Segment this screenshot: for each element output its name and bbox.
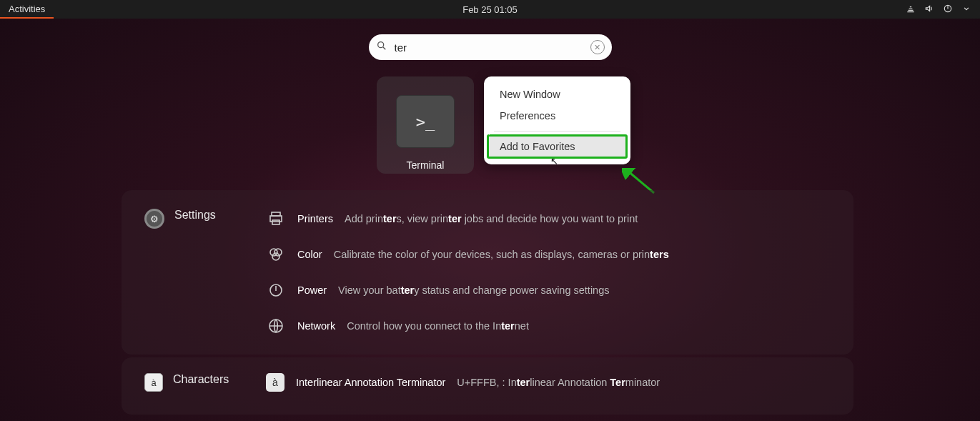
characters-result-title: Interlinear Annotation Terminator (296, 377, 445, 388)
search-bar[interactable]: ✕ (369, 34, 612, 60)
chevron-down-icon[interactable] (961, 4, 971, 16)
characters-results-section: à Characters à Interlinear Annotation Te… (122, 357, 853, 415)
ctx-add-to-favorites[interactable]: Add to Favorites (488, 136, 626, 157)
settings-row-desc: Add printers, view printer jobs and deci… (345, 213, 638, 224)
settings-result-color[interactable]: ColorCalibrate the color of your devices… (266, 244, 836, 264)
app-result-label: Terminal (407, 159, 445, 171)
settings-row-desc: Control how you connect to the Internet (347, 320, 529, 332)
characters-app-icon: à (144, 373, 163, 392)
svg-point-1 (377, 42, 383, 48)
color-icon (266, 244, 286, 264)
volume-icon[interactable] (924, 4, 934, 16)
settings-row-desc: View your battery status and change powe… (338, 284, 609, 296)
network-icon[interactable] (906, 4, 916, 16)
svg-point-7 (274, 249, 282, 256)
ctx-separator (494, 131, 620, 132)
settings-result-power[interactable]: PowerView your battery status and change… (266, 280, 836, 300)
characters-result-desc: U+FFFB, ￻: Interlinear Annotation Termin… (457, 377, 660, 388)
characters-header[interactable]: à Characters (144, 373, 266, 392)
clear-search-icon[interactable]: ✕ (590, 40, 605, 54)
ctx-preferences[interactable]: Preferences (484, 105, 630, 127)
search-icon (376, 40, 387, 54)
context-menu: New Window Preferences Add to Favorites (484, 76, 630, 164)
settings-results-section: ⚙ Settings PrintersAdd printers, view pr… (122, 190, 853, 355)
search-input[interactable] (395, 41, 583, 54)
app-result-terminal[interactable]: >_ Terminal (377, 76, 474, 174)
terminal-icon: >_ (396, 95, 455, 148)
settings-row-title: Power (297, 284, 327, 296)
network-icon (266, 316, 286, 336)
characters-header-label: Characters (173, 373, 229, 386)
system-tray[interactable] (906, 4, 980, 16)
characters-result-row[interactable]: à Interlinear Annotation Terminator U+FF… (266, 373, 836, 392)
gear-icon: ⚙ (144, 209, 164, 229)
top-bar: Activities Feb 25 01:05 (0, 0, 980, 19)
settings-row-title: Color (297, 249, 322, 260)
svg-point-8 (272, 253, 279, 260)
settings-row-title: Network (297, 320, 335, 332)
settings-row-title: Printers (297, 213, 333, 224)
character-glyph-icon: à (266, 373, 284, 392)
settings-header[interactable]: ⚙ Settings (144, 209, 266, 336)
power-icon[interactable] (943, 4, 953, 16)
clock[interactable]: Feb 25 01:05 (462, 4, 518, 15)
settings-result-network[interactable]: NetworkControl how you connect to the In… (266, 316, 836, 336)
ctx-new-window[interactable]: New Window (484, 84, 630, 105)
svg-rect-5 (272, 220, 279, 224)
settings-row-desc: Calibrate the color of your devices, suc… (334, 249, 669, 260)
activities-button[interactable]: Activities (0, 0, 54, 19)
printer-icon (266, 209, 286, 229)
power-icon (266, 280, 286, 300)
settings-result-printers[interactable]: PrintersAdd printers, view printer jobs … (266, 209, 836, 229)
settings-header-label: Settings (174, 209, 216, 222)
